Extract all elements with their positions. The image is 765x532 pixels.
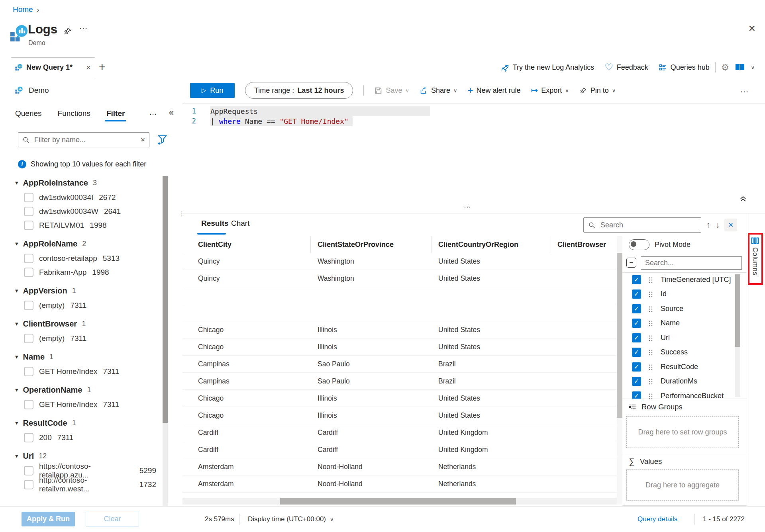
- filter-group-header[interactable]: ▾ OperationName 1: [15, 382, 156, 397]
- scope-picker[interactable]: Demo: [15, 77, 49, 104]
- column-toggle-row[interactable]: ✓Id: [622, 287, 747, 302]
- reference-book-icon[interactable]: [735, 63, 745, 72]
- filter-value-row[interactable]: (empty)7311: [15, 331, 156, 345]
- drag-handle-icon[interactable]: [648, 349, 653, 356]
- filter-search-input[interactable]: [33, 135, 137, 145]
- column-toggle-row[interactable]: ✓Source: [622, 301, 747, 316]
- table-row[interactable]: AmsterdamNoord-HollandNetherlands: [182, 475, 617, 493]
- filter-value-row[interactable]: contoso-retailapp5313: [15, 251, 156, 265]
- panel-scrollbar-thumb[interactable]: [735, 274, 740, 347]
- row-groups-dropzone[interactable]: Drag here to set row groups: [626, 416, 739, 448]
- column-header[interactable]: ClientBrowser: [551, 236, 617, 253]
- panel-scrollbar[interactable]: [735, 274, 740, 397]
- checkbox-unchecked[interactable]: [24, 221, 33, 230]
- checkbox-unchecked[interactable]: [24, 254, 33, 263]
- checkbox-unchecked[interactable]: [24, 400, 33, 409]
- query-details-link[interactable]: Query details: [638, 507, 677, 532]
- checkbox-unchecked[interactable]: [24, 480, 33, 489]
- query-editor[interactable]: 1 2 AppRequests | where Name == "GET Hom…: [182, 104, 765, 213]
- filter-value-row[interactable]: GET Home/Index7311: [15, 397, 156, 411]
- column-header[interactable]: ClientCountryOrRegion: [432, 236, 551, 253]
- vscrollbar-thumb[interactable]: [617, 253, 622, 418]
- add-tab-button[interactable]: +: [99, 61, 105, 73]
- sidebar-scrollbar[interactable]: [163, 176, 168, 532]
- filter-group-header[interactable]: ▾ AppRoleInstance 3: [15, 175, 156, 190]
- header-more-icon[interactable]: …: [79, 21, 88, 31]
- checkbox-unchecked[interactable]: [24, 433, 33, 442]
- column-toggle-row[interactable]: ✓Url: [622, 331, 747, 345]
- filter-value-row[interactable]: GET Home/Index7311: [15, 364, 156, 378]
- share-button[interactable]: Share ∨: [420, 86, 457, 95]
- column-toggle-row[interactable]: ✓Success: [622, 345, 747, 360]
- checkbox-checked[interactable]: ✓: [632, 289, 641, 299]
- table-horizontal-scrollbar[interactable]: [182, 498, 617, 505]
- sidebar-tab-filter[interactable]: Filter: [106, 109, 125, 118]
- table-row[interactable]: CardiffCardiffUnited Kingdom: [182, 424, 617, 441]
- drag-handle-icon[interactable]: [648, 364, 653, 370]
- filter-value-row[interactable]: dw1sdwk00034W2641: [15, 204, 156, 218]
- filter-group-header[interactable]: ▾ Name 1: [15, 349, 156, 364]
- column-toggle-row[interactable]: ✓DurationMs: [622, 374, 747, 389]
- close-blade-icon[interactable]: ×: [748, 22, 755, 34]
- filter-value-row[interactable]: RETAILVM011998: [15, 218, 156, 232]
- values-dropzone[interactable]: Drag here to aggregate: [626, 469, 739, 501]
- table-row[interactable]: [182, 304, 617, 321]
- checkbox-checked[interactable]: ✓: [632, 391, 641, 399]
- checkbox-unchecked[interactable]: [24, 268, 33, 277]
- table-row[interactable]: ChicagoIllinoisUnited States: [182, 407, 617, 424]
- checkbox-unchecked[interactable]: [24, 466, 33, 475]
- clear-search-icon[interactable]: ×: [141, 135, 145, 144]
- display-time-selector[interactable]: Display time (UTC+00:00) ∨: [248, 507, 334, 532]
- checkbox-checked[interactable]: ✓: [632, 333, 641, 342]
- results-splitter-handle[interactable]: ⋯: [464, 203, 472, 211]
- checkbox-unchecked[interactable]: [24, 301, 33, 310]
- filter-value-row[interactable]: http://contoso-retailvm.west...1732: [15, 477, 156, 491]
- column-header[interactable]: ClientStateOrProvince: [311, 236, 432, 253]
- drag-handle-icon[interactable]: [648, 320, 653, 327]
- time-range-picker[interactable]: Time range : Last 12 hours: [245, 82, 353, 99]
- clear-button[interactable]: Clear: [86, 512, 139, 526]
- panel-search-input[interactable]: [641, 259, 741, 267]
- run-button[interactable]: ▷ Run: [190, 83, 235, 98]
- tab-chart[interactable]: Chart: [231, 219, 249, 228]
- pivot-mode-toggle[interactable]: [629, 239, 649, 250]
- tab-close-icon[interactable]: ×: [86, 63, 91, 72]
- drag-handle-icon[interactable]: [648, 334, 653, 341]
- filter-value-row[interactable]: 2007311: [15, 430, 156, 444]
- search-next-icon[interactable]: ↓: [716, 220, 720, 230]
- column-toggle-row[interactable]: ✓TimeGenerated [UTC]: [622, 272, 747, 287]
- drag-handle-icon[interactable]: [648, 393, 653, 399]
- table-row[interactable]: San AntonioTexasUnited States: [182, 493, 617, 498]
- table-vertical-scrollbar[interactable]: [617, 236, 622, 505]
- export-button[interactable]: ↦ Export ∨: [531, 86, 569, 95]
- filter-group-header[interactable]: ▾ ClientBrowser 1: [15, 316, 156, 331]
- table-row[interactable]: CampinasSao PauloBrazil: [182, 356, 617, 373]
- filter-value-row[interactable]: dw1sdwk00034I2672: [15, 190, 156, 204]
- filter-group-header[interactable]: ▾ ResultCode 1: [15, 415, 156, 430]
- table-row[interactable]: [182, 287, 617, 304]
- search-prev-icon[interactable]: ↑: [706, 220, 710, 230]
- checkbox-checked[interactable]: ✓: [632, 319, 641, 328]
- checkbox-unchecked[interactable]: [24, 193, 33, 202]
- checkbox-checked[interactable]: ✓: [632, 275, 641, 284]
- drag-handle-icon[interactable]: [648, 276, 653, 283]
- close-search-icon[interactable]: ×: [724, 219, 737, 231]
- sidebar-more-icon[interactable]: …: [149, 108, 158, 117]
- drag-handle-icon[interactable]: [648, 305, 653, 312]
- queries-hub-button[interactable]: Queries hub: [659, 63, 710, 72]
- table-row[interactable]: ChicagoIllinoisUnited States: [182, 390, 617, 407]
- table-row[interactable]: CardiffCardiffUnited Kingdom: [182, 441, 617, 458]
- query-line-2[interactable]: | where Name == "GET Home/Index": [210, 116, 353, 126]
- drag-handle-icon[interactable]: [648, 291, 653, 297]
- settings-gear-icon[interactable]: ⚙: [721, 62, 730, 73]
- add-filter-funnel-icon[interactable]: [156, 134, 168, 146]
- checkbox-unchecked[interactable]: [24, 334, 33, 343]
- table-row[interactable]: QuincyWashingtonUnited States: [182, 253, 617, 270]
- table-row[interactable]: QuincyWashingtonUnited States: [182, 270, 617, 287]
- tab-new-query[interactable]: New Query 1* ×: [11, 57, 95, 77]
- pin-to-button[interactable]: Pin to ∨: [579, 86, 616, 95]
- column-toggle-row[interactable]: ✓Name: [622, 316, 747, 331]
- table-row[interactable]: ChicagoIllinoisUnited States: [182, 338, 617, 356]
- save-button[interactable]: Save ∨: [374, 86, 409, 95]
- checkbox-checked[interactable]: ✓: [632, 377, 641, 386]
